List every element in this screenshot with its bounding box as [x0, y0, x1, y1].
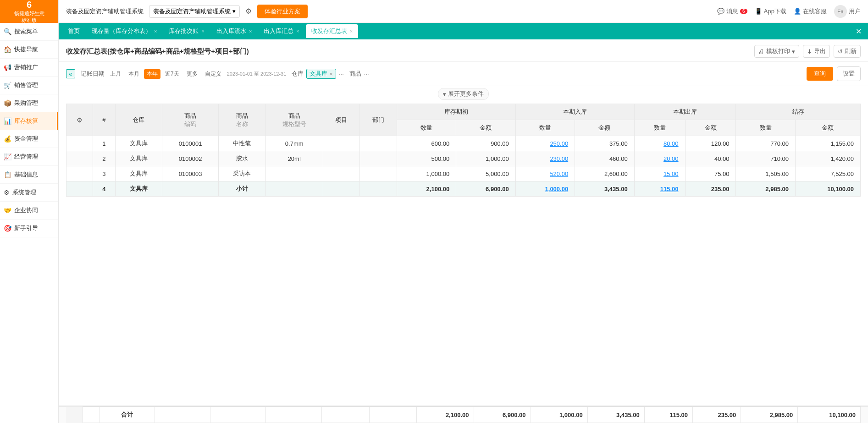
refresh-button[interactable]: ↺ 刷新: [834, 45, 861, 58]
basic-icon: 📋: [4, 171, 11, 178]
link-value[interactable]: 15.00: [663, 170, 679, 177]
date-btn-自定义[interactable]: 自定义: [202, 69, 224, 79]
online-service-button[interactable]: 👤 在线客服: [794, 7, 827, 16]
date-btn-本月[interactable]: 本月: [126, 69, 142, 79]
col-out-amt: 金额: [685, 120, 736, 136]
query-button[interactable]: 查询: [807, 67, 833, 81]
date-range: 2023-01-01 至 2023-12-31: [227, 71, 287, 77]
warehouse-filter-group: 仓库 文具库 × ···: [292, 69, 343, 79]
col-closing-qty: 数量: [736, 120, 795, 136]
tab-close-icon[interactable]: ×: [296, 28, 299, 34]
main-area: 装备及固定资产辅助管理系统 装备及固定资产辅助管理系统 ▾ ⚙ 体验行业方案 💬…: [59, 0, 868, 423]
col-closing-amt: 金额: [795, 120, 860, 136]
gear-icon[interactable]: ⚙: [245, 7, 252, 16]
sidebar-item-search[interactable]: 🔍 搜索菜单: [0, 23, 58, 41]
col-header-index: #: [93, 104, 115, 136]
tab-2[interactable]: 库存批次账×: [163, 24, 210, 38]
sidebar-item-label: 采购管理: [14, 99, 38, 107]
column-settings-button[interactable]: ⚙: [77, 116, 83, 124]
tab-5[interactable]: 收发存汇总表×: [306, 24, 358, 38]
logo-number: 6: [27, 0, 32, 10]
sidebar-item-enterprise[interactable]: 🤝 企业协同: [0, 202, 58, 220]
tab-1[interactable]: 现存量（库存分布表）×: [86, 24, 162, 38]
topbar: 装备及固定资产辅助管理系统 装备及固定资产辅助管理系统 ▾ ⚙ 体验行业方案 💬…: [59, 0, 868, 23]
tab-0[interactable]: 首页: [62, 24, 85, 38]
sidebar-item-finance[interactable]: 💰 资金管理: [0, 130, 58, 148]
finance-icon: 💰: [4, 135, 11, 143]
sidebar-item-quick-nav[interactable]: 🏠 快捷导航: [0, 41, 58, 59]
link-value[interactable]: 80.00: [663, 140, 679, 147]
expand-filter-row: ▾ 展开更多条件: [59, 86, 868, 104]
remove-warehouse-button[interactable]: ×: [329, 71, 333, 77]
warehouse-more[interactable]: ···: [339, 71, 344, 77]
settings-col-header[interactable]: ⚙: [66, 104, 93, 136]
message-icon: 💬: [717, 8, 724, 15]
tab-label: 首页: [68, 27, 80, 35]
close-all-tabs-button[interactable]: ✕: [853, 26, 864, 37]
col-group-out: 本期出库: [634, 104, 736, 120]
date-btn-近7天[interactable]: 近7天: [162, 69, 182, 79]
link-value[interactable]: 520.00: [550, 170, 568, 177]
col-opening-amt: 金额: [456, 120, 515, 136]
settings-button[interactable]: 设置: [837, 66, 861, 81]
sidebar-item-guide[interactable]: 🎯 新手引导: [0, 220, 58, 237]
date-btn-本年[interactable]: 本年: [144, 69, 160, 79]
page-container: 收发存汇总表(按仓库+商品编码+商品+规格型号+项目+部门) 🖨 模板打印 ▾ …: [59, 39, 868, 423]
link-value[interactable]: 1,000.00: [545, 186, 569, 192]
sidebar-item-label: 系统管理: [12, 188, 36, 197]
footer-opening-amt: 6,900.00: [474, 407, 531, 423]
refresh-icon: ↺: [838, 48, 843, 55]
expand-more-button[interactable]: ▾ 展开更多条件: [438, 88, 489, 100]
expand-icon: ▾: [443, 91, 446, 98]
tab-3[interactable]: 出入库流水×: [211, 24, 257, 38]
link-value[interactable]: 20.00: [663, 155, 679, 162]
link-value[interactable]: 250.00: [550, 140, 568, 147]
sidebar-item-operation[interactable]: 📈 经营管理: [0, 148, 58, 166]
export-button[interactable]: ⬇ 导出: [803, 45, 830, 58]
topbar-right: 💬 消息 6 📱 App下载 👤 在线客服 Ea 用户: [717, 5, 861, 18]
table-footer: 合计 2,100.00 6,900.00 1,000.00 3,435.00 1…: [59, 406, 868, 423]
sidebar-item-basic[interactable]: 📋 基础信息: [0, 166, 58, 184]
col-in-qty: 数量: [515, 120, 575, 136]
link-value[interactable]: 230.00: [550, 155, 568, 162]
col-header-warehouse: 仓库: [115, 104, 162, 136]
purchase-icon: 📦: [4, 99, 11, 107]
sidebar-item-sales[interactable]: 🛒 销售管理: [0, 77, 58, 94]
col-header-code: 商品编码: [162, 104, 219, 136]
sidebar-item-label: 营销推广: [14, 63, 38, 71]
tab-4[interactable]: 出入库汇总×: [258, 24, 304, 38]
goods-filter-group: 商品 ···: [349, 70, 369, 78]
sidebar-item-label: 经营管理: [14, 153, 38, 161]
link-value[interactable]: 115.00: [660, 186, 679, 192]
tab-label: 出入库汇总: [264, 27, 293, 35]
enterprise-icon: 🤝: [4, 207, 11, 214]
sidebar-item-purchase[interactable]: 📦 采购管理: [0, 94, 58, 112]
col-group-closing: 结存: [736, 104, 861, 120]
try-button[interactable]: 体验行业方案: [257, 5, 308, 18]
sidebar-item-system[interactable]: ⚙ 系统管理: [0, 184, 58, 202]
col-group-opening: 库存期初: [397, 104, 515, 120]
warehouse-tag[interactable]: 文具库 ×: [306, 69, 336, 79]
page-actions: 🖨 模板打印 ▾ ⬇ 导出 ↺ 刷新: [754, 45, 861, 58]
tab-close-icon[interactable]: ×: [249, 28, 252, 34]
messages-button[interactable]: 💬 消息 6: [717, 7, 747, 16]
goods-more[interactable]: ···: [364, 71, 369, 77]
filter-toggle-button[interactable]: «: [66, 69, 75, 78]
tab-list: 首页现存量（库存分布表）×库存批次账×出入库流水×出入库汇总×收发存汇总表×: [62, 24, 358, 38]
date-btn-更多[interactable]: 更多: [184, 69, 200, 79]
system-name: 装备及固定资产辅助管理系统: [66, 7, 144, 16]
sidebar-item-inventory[interactable]: 📊 库存核算: [0, 112, 58, 130]
marketing-icon: 📢: [4, 64, 11, 71]
sidebar-item-label: 新手引导: [14, 224, 38, 232]
export-icon: ⬇: [807, 48, 812, 55]
system-dropdown[interactable]: 装备及固定资产辅助管理系统 ▾: [149, 5, 240, 18]
operation-icon: 📈: [4, 153, 11, 160]
tab-close-icon[interactable]: ×: [154, 28, 157, 34]
app-download-button[interactable]: 📱 App下载: [755, 7, 786, 16]
sidebar-item-marketing[interactable]: 📢 营销推广: [0, 59, 58, 77]
tab-close-icon[interactable]: ×: [201, 28, 204, 34]
date-btn-上月[interactable]: 上月: [107, 69, 124, 79]
print-button[interactable]: 🖨 模板打印 ▾: [754, 45, 799, 58]
tab-close-icon[interactable]: ×: [350, 28, 353, 34]
user-button[interactable]: Ea 用户: [834, 5, 861, 18]
